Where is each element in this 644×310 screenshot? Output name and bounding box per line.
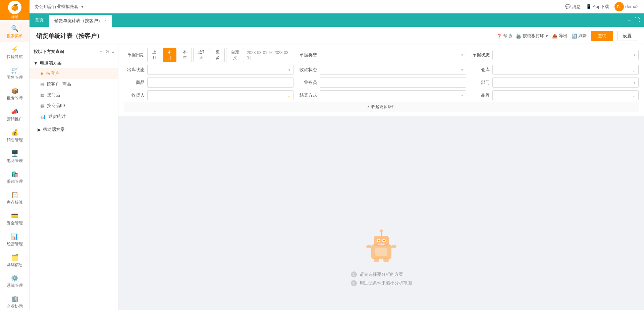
doc-type-control: ▾ — [320, 50, 466, 60]
payment-status-select[interactable]: ▾ — [320, 65, 466, 75]
tabbar: 首页 销货单统计表（按客户） × － ⛶ — [30, 13, 644, 27]
topbar-dropdown-arrow[interactable]: ▾ — [81, 4, 84, 9]
filter-doc-type: 单据类型 ▾ — [296, 48, 466, 62]
quicknav-icon: ⚡ — [11, 46, 18, 53]
sidebar-item-sales[interactable]: 💰 销售管理 — [0, 125, 29, 146]
date-btn-last-month[interactable]: 上月 — [147, 48, 161, 62]
settlement-arrow: ▾ — [461, 93, 463, 98]
doc-type-select[interactable]: ▾ — [320, 50, 466, 60]
goods-input[interactable]: … — [147, 78, 293, 88]
purchase-icon: 🛍️ — [11, 170, 18, 178]
scheme-collapse-icon[interactable]: « — [111, 49, 114, 55]
salesperson-control: … — [320, 78, 466, 88]
sidebar-item-finance[interactable]: 💳 资金管理 — [0, 209, 29, 229]
doc-type-label: 单据类型 — [296, 52, 320, 58]
salesperson-input[interactable]: … — [320, 78, 466, 88]
print-icon: 🖨️ — [516, 34, 521, 39]
date-btn-this-month[interactable]: 本月 — [163, 48, 177, 62]
scheme-header-title: 按以下方案查询 — [34, 49, 64, 55]
date-btn-more[interactable]: 更多 — [211, 48, 225, 62]
date-btn-7days[interactable]: 近7天 — [193, 48, 209, 62]
scheme-item-by-customer-goods[interactable]: ⊞ 按客户+商品 — [30, 79, 118, 90]
retail-icon: 🛒 — [11, 66, 18, 74]
empty-state: ① 请先选择要分析的方案 ② 用过滤条件来缩小分析范围 — [351, 226, 412, 286]
svg-rect-9 — [366, 245, 372, 248]
svg-rect-11 — [374, 258, 379, 262]
svg-rect-13 — [375, 248, 387, 256]
scheme-group-mobile: ▶ 移动端方案 — [30, 123, 118, 136]
scheme-settings-icon[interactable]: ⊙ — [105, 49, 109, 55]
ship-status-select[interactable]: ▾ — [147, 65, 293, 75]
minimize-btn[interactable]: － — [627, 17, 632, 23]
warehouse-input[interactable]: … — [492, 65, 639, 75]
message-label: 消息 — [572, 4, 581, 10]
filter-warehouse: 仓库 … — [469, 65, 639, 75]
warehouse-dots: … — [631, 67, 636, 72]
sidebar-item-ecommerce[interactable]: 🖥️ 电商管理 — [0, 146, 29, 167]
department-select[interactable]: ▾ — [492, 78, 639, 88]
sidebar-item-retail[interactable]: 🛒 零售管理 — [0, 63, 29, 84]
empty-illustration — [361, 226, 401, 266]
wholesale-icon: 📦 — [11, 87, 18, 95]
main-area: 办公用品行业模拟账套 ▾ 💬 消息 📱 App下载 Ea demo2 首页 — [30, 0, 644, 310]
scheme-group-desktop-title[interactable]: ▼ 电脑端方案 — [30, 58, 118, 68]
consignee-input[interactable]: … — [147, 90, 293, 100]
consignee-control: … — [147, 90, 293, 100]
app-download-btn[interactable]: 📱 App下载 — [586, 4, 609, 10]
by-customer-icon: ● — [40, 70, 44, 76]
filter-settlement: 结算方式 ▾ — [296, 90, 466, 100]
sidebar-item-base[interactable]: 🗂️ 基础信息 — [0, 250, 29, 271]
payment-status-label: 收款状态 — [296, 67, 320, 73]
settlement-select[interactable]: ▾ — [320, 90, 466, 100]
message-btn[interactable]: 💬 消息 — [565, 4, 581, 10]
empty-tips: ① 请先选择要分析的方案 ② 用过滤条件来缩小分析范围 — [351, 271, 412, 286]
sidebar-item-purchase[interactable]: 🛍️ 采购管理 — [0, 167, 29, 188]
sidebar-item-search[interactable]: 🔍 搜索菜单 — [0, 21, 29, 42]
maximize-btn[interactable]: ⛶ — [635, 17, 640, 23]
sidebar-item-wholesale[interactable]: 📦 批发管理 — [0, 84, 29, 105]
help-btn[interactable]: ❓ 帮助 — [496, 33, 512, 39]
scheme-item-by-goods99[interactable]: ▦ 按商品99 — [30, 100, 118, 111]
scheme-item-by-customer[interactable]: ● 按客户 — [30, 68, 118, 79]
scheme-group-label: 电脑端方案 — [40, 60, 62, 66]
sidebar-item-inventory[interactable]: 📋 库存核算 — [0, 188, 29, 209]
settings-button[interactable]: 设置 — [617, 31, 637, 41]
user-name: demo2 — [625, 4, 639, 9]
ship-status-label: 出库状态 — [124, 67, 147, 73]
scheme-item-label: 按商品 — [47, 92, 60, 98]
scheme-item-return-stat[interactable]: 📊 退货统计 — [30, 111, 118, 122]
sidebar-item-marketing[interactable]: 📣 营销推广 — [0, 105, 29, 125]
collapse-bar[interactable]: ∧ 收起更多条件 — [124, 102, 639, 112]
sidebar-item-system[interactable]: ⚙️ 系统管理 — [0, 271, 29, 292]
sidebar-item-quick-nav[interactable]: ⚡ 快捷导航 — [0, 42, 29, 63]
brand-input[interactable]: … — [492, 90, 639, 100]
topbar-right: 💬 消息 📱 App下载 Ea demo2 — [565, 2, 639, 11]
scheme-item-label: 退货统计 — [48, 113, 66, 119]
sidebar-item-operations[interactable]: 📊 经营管理 — [0, 229, 29, 250]
tab-home[interactable]: 首页 — [30, 13, 49, 27]
filter-row-3: 商品 … 业务员 … — [124, 78, 639, 88]
doc-status-label: 单据状态 — [469, 52, 492, 58]
scheme-item-label: 按客户 — [46, 70, 59, 76]
brand-dots: … — [631, 93, 636, 98]
scheme-add-icon[interactable]: ＋ — [99, 49, 103, 55]
date-btn-this-year[interactable]: 本年 — [178, 48, 192, 62]
tab-close-icon[interactable]: × — [104, 18, 107, 23]
doc-status-select[interactable]: ▾ — [492, 50, 639, 60]
scheme-group-mobile-title[interactable]: ▶ 移动端方案 — [30, 124, 118, 135]
refresh-btn[interactable]: 🔄 刷新 — [572, 33, 587, 39]
user-profile[interactable]: Ea demo2 — [614, 2, 639, 11]
payment-status-control: ▾ — [320, 65, 466, 75]
export-btn[interactable]: 📤 导出 — [552, 33, 568, 39]
date-btn-custom[interactable]: 自定义 — [226, 48, 244, 62]
print-btn[interactable]: 🖨️ 按模板打印 ▾ — [516, 33, 548, 39]
sidebar-item-enterprise[interactable]: 🏢 企业协同 — [0, 292, 29, 310]
consignee-label: 收货人 — [124, 92, 147, 98]
tab-sales-report[interactable]: 销货单统计表（按客户） × — [49, 15, 112, 27]
scheme-header: 按以下方案查询 ＋ ⊙ « — [30, 47, 118, 57]
scheme-item-by-goods[interactable]: ▦ 按商品 — [30, 90, 118, 100]
app-title: 办公用品行业模拟账套 — [35, 4, 78, 10]
page-header-actions: ❓ 帮助 🖨️ 按模板打印 ▾ 📤 导出 🔄 刷新 查询 设置 — [496, 31, 637, 41]
query-button[interactable]: 查询 — [591, 31, 613, 41]
page-header: 销货单统计表（按客户） ❓ 帮助 🖨️ 按模板打印 ▾ 📤 导出 🔄 刷新 — [30, 27, 644, 44]
